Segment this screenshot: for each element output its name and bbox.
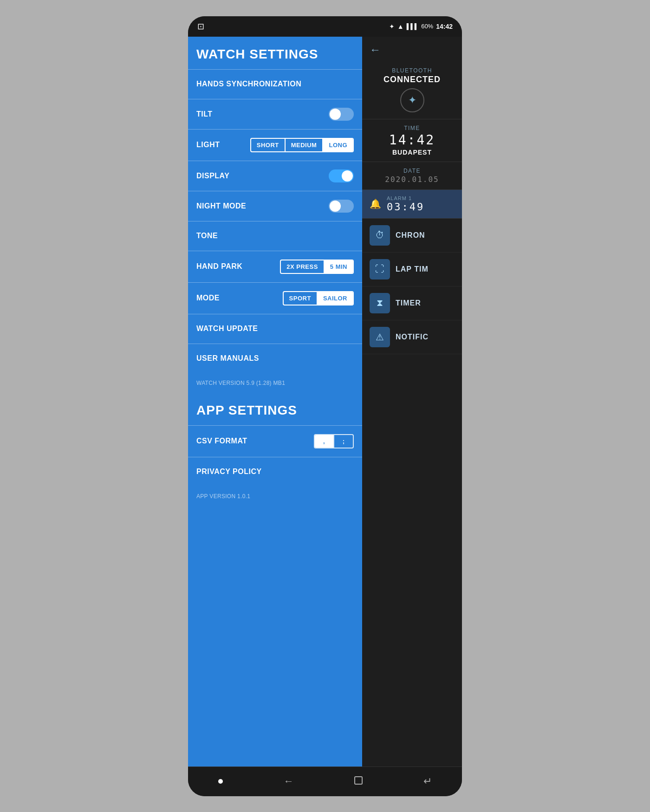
night-mode-label: NIGHT MODE	[196, 202, 246, 210]
bluetooth-card: BLUETOOTH CONNECTED ✦	[362, 63, 462, 119]
watch-version: WATCH VERSION 5.9 (1.28) MB1	[188, 373, 362, 393]
notifications-icon-box: ⚠	[370, 327, 390, 347]
date-value: 2020.01.05	[370, 175, 455, 184]
light-label: LIGHT	[196, 141, 220, 149]
app-version: APP VERSION 1.0.1	[188, 487, 362, 506]
notification-icon: ⊡	[197, 21, 204, 32]
alarm-card[interactable]: 🔔 ALARM 1 03:49	[362, 190, 462, 219]
watch-update-row[interactable]: WATCH UPDATE	[188, 314, 362, 344]
light-short-btn[interactable]: SHORT	[251, 139, 285, 151]
status-time: 14:42	[436, 23, 453, 30]
square-nav-icon	[354, 776, 363, 785]
mode-label: MODE	[196, 294, 220, 302]
time-card: TIME 14:42 BUDAPEST	[362, 119, 462, 162]
mode-row: MODE SPORT SAILOR	[188, 282, 362, 314]
corner-nav-button[interactable]: ↵	[414, 772, 441, 791]
tone-label: TONE	[196, 232, 218, 240]
bluetooth-status-icon: ✦	[389, 23, 395, 30]
right-header: ←	[362, 37, 462, 63]
tilt-row[interactable]: TILT	[188, 99, 362, 129]
user-manuals-row[interactable]: USER MANUALS	[188, 344, 362, 373]
time-value: 14:42	[370, 132, 455, 148]
status-bar: ⊡ ✦ ▲ ▌▌▌ 60% 14:42	[188, 16, 462, 37]
alarm-label: ALARM 1	[387, 195, 424, 201]
display-row[interactable]: DISPLAY	[188, 161, 362, 191]
hands-sync-label: HANDS SYNCHRONIZATION	[196, 80, 301, 88]
time-city: BUDAPEST	[370, 149, 455, 156]
tilt-knob	[330, 109, 341, 120]
csv-format-row: CSV FORMAT , ;	[188, 425, 362, 457]
status-right: ✦ ▲ ▌▌▌ 60% 14:42	[389, 23, 453, 30]
date-card: DATE 2020.01.05	[362, 162, 462, 190]
mode-sailor-btn[interactable]: SAILOR	[317, 292, 353, 305]
menu-lap-timer[interactable]: ⛶ LAP TIM	[362, 253, 462, 286]
phone-frame: ⊡ ✦ ▲ ▌▌▌ 60% 14:42 WATCH SETTINGS HANDS…	[188, 16, 462, 796]
chrono-icon-box: ⏱	[370, 225, 390, 246]
date-label: DATE	[370, 168, 455, 174]
display-label: DISPLAY	[196, 172, 229, 180]
display-knob	[342, 170, 353, 182]
csv-format-label: CSV FORMAT	[196, 437, 247, 445]
hand-park-5min-btn[interactable]: 5 MIN	[324, 260, 353, 273]
light-long-btn[interactable]: LONG	[322, 139, 353, 151]
hands-sync-row[interactable]: HANDS SYNCHRONIZATION	[188, 69, 362, 99]
bluetooth-icon-circle: ✦	[400, 88, 424, 112]
user-manuals-label: USER MANUALS	[196, 354, 259, 363]
home-dot-icon	[218, 779, 223, 784]
timer-label: TIMER	[396, 299, 421, 307]
bluetooth-value: CONNECTED	[370, 75, 455, 84]
timer-icon-box: ⧗	[370, 293, 390, 313]
tone-row[interactable]: TONE	[188, 221, 362, 251]
wifi-icon: ▲	[397, 23, 404, 30]
csv-segment: , ;	[314, 434, 354, 448]
back-nav-button[interactable]: ←	[274, 772, 303, 791]
csv-comma-btn[interactable]: ,	[315, 435, 333, 448]
privacy-policy-row[interactable]: PRIVACY POLICY	[188, 457, 362, 487]
night-mode-row[interactable]: NIGHT MODE	[188, 191, 362, 221]
light-medium-btn[interactable]: MEDIUM	[285, 139, 323, 151]
privacy-policy-label: PRIVACY POLICY	[196, 468, 262, 476]
notifications-icon: ⚠	[376, 331, 384, 343]
right-panel: ← BLUETOOTH CONNECTED ✦ TIME 14:42 BUDAP…	[362, 37, 462, 767]
menu-timer[interactable]: ⧗ TIMER	[362, 286, 462, 320]
back-nav-icon: ←	[284, 775, 294, 787]
alarm-value: 03:49	[387, 201, 424, 213]
chrono-label: CHRON	[396, 231, 425, 240]
tilt-label: TILT	[196, 110, 213, 118]
app-settings-title: APP SETTINGS	[188, 393, 362, 425]
mode-segment: SPORT SAILOR	[283, 291, 354, 305]
back-button[interactable]: ←	[370, 43, 381, 56]
chrono-icon: ⏱	[375, 230, 384, 240]
signal-icon: ▌▌▌	[407, 23, 419, 30]
mode-sport-btn[interactable]: SPORT	[284, 292, 317, 305]
csv-semicolon-btn[interactable]: ;	[333, 435, 353, 448]
left-panel: WATCH SETTINGS HANDS SYNCHRONIZATION TIL…	[188, 37, 362, 767]
square-nav-button[interactable]	[345, 772, 372, 791]
night-mode-toggle[interactable]	[329, 200, 354, 213]
bluetooth-label: BLUETOOTH	[370, 67, 455, 74]
lap-timer-icon: ⛶	[375, 264, 384, 274]
notifications-label: NOTIFIC	[396, 333, 429, 341]
menu-notifications[interactable]: ⚠ NOTIFIC	[362, 320, 462, 354]
hand-park-segment: 2X PRESS 5 MIN	[280, 260, 354, 274]
display-toggle[interactable]	[329, 169, 354, 182]
light-row: LIGHT SHORT MEDIUM LONG	[188, 129, 362, 161]
timer-icon: ⧗	[377, 298, 383, 308]
lap-timer-icon-box: ⛶	[370, 259, 390, 279]
hand-park-label: HAND PARK	[196, 262, 242, 271]
lap-timer-label: LAP TIM	[396, 265, 429, 273]
alarm-info: ALARM 1 03:49	[387, 195, 424, 213]
hand-park-row: HAND PARK 2X PRESS 5 MIN	[188, 251, 362, 282]
time-label: TIME	[370, 125, 455, 131]
main-content: WATCH SETTINGS HANDS SYNCHRONIZATION TIL…	[188, 37, 462, 767]
watch-update-label: WATCH UPDATE	[196, 325, 258, 333]
corner-nav-icon: ↵	[423, 775, 432, 787]
bluetooth-circle-icon: ✦	[408, 94, 416, 106]
hand-park-2x-btn[interactable]: 2X PRESS	[281, 260, 324, 273]
watch-settings-title: WATCH SETTINGS	[188, 37, 362, 69]
alarm-bell-icon: 🔔	[370, 198, 381, 209]
home-dot-button[interactable]	[209, 775, 232, 787]
menu-chrono[interactable]: ⏱ CHRON	[362, 219, 462, 253]
tilt-toggle[interactable]	[329, 108, 354, 121]
bottom-nav: ← ↵	[188, 767, 462, 796]
